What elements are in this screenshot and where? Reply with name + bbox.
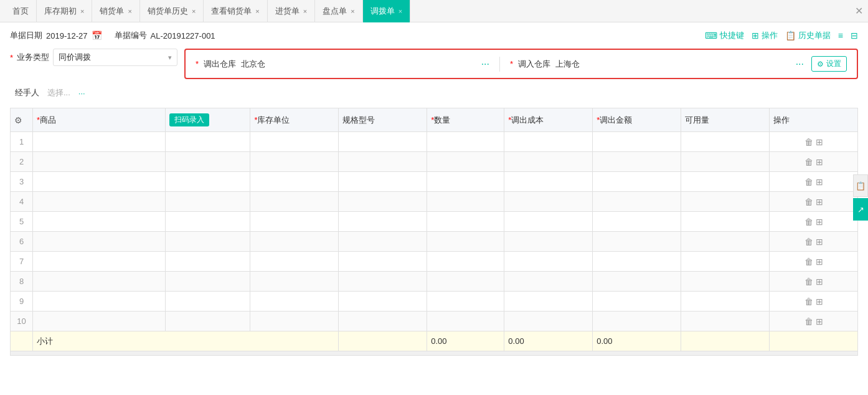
tab-close-inventory-count[interactable]: × (351, 7, 354, 15)
tab-sales-history[interactable]: 销货单历史× (140, 0, 204, 22)
cell-6-2[interactable] (250, 232, 339, 252)
cell-5-2[interactable] (250, 212, 339, 232)
table-gear-icon[interactable]: ⚙ (14, 115, 22, 125)
cell-2-5[interactable] (504, 152, 593, 172)
cell-5-4[interactable] (427, 212, 504, 232)
cell-8-6[interactable] (593, 272, 681, 292)
manager-select[interactable]: 选择... (43, 85, 75, 100)
cell-1-4[interactable] (427, 132, 504, 152)
business-type-select[interactable]: 同价调拨 ▾ (53, 49, 177, 66)
copy-icon-3[interactable]: ⊞ (816, 177, 823, 187)
cell-8-7[interactable] (681, 272, 770, 292)
cell-4-1[interactable] (165, 192, 250, 212)
cell-4-7[interactable] (681, 192, 770, 212)
cell-6-6[interactable] (593, 232, 681, 252)
delete-icon-1[interactable]: 🗑 (804, 137, 813, 147)
cell-7-4[interactable] (427, 252, 504, 272)
cell-7-5[interactable] (504, 252, 593, 272)
cell-5-0[interactable] (33, 212, 166, 232)
tab-purchase-order[interactable]: 进货单× (268, 0, 315, 22)
cell-3-3[interactable] (339, 172, 427, 192)
cell-10-1[interactable] (165, 312, 250, 331)
cell-4-0[interactable] (33, 192, 166, 212)
cell-9-5[interactable] (504, 292, 593, 312)
cell-7-2[interactable] (250, 252, 339, 272)
warehouse-in-more[interactable]: ··· (796, 59, 804, 70)
cell-8-0[interactable] (33, 272, 166, 292)
delete-icon-9[interactable]: 🗑 (804, 297, 813, 307)
tab-close-sales-history[interactable]: × (192, 7, 196, 15)
scan-button[interactable]: 扫码录入 (169, 113, 209, 126)
cell-3-7[interactable] (681, 172, 770, 192)
tab-close-purchase-order[interactable]: × (303, 7, 307, 15)
cell-1-6[interactable] (593, 132, 681, 152)
cell-6-7[interactable] (681, 232, 770, 252)
float-external-button[interactable]: ↗ (853, 198, 868, 221)
cell-10-6[interactable] (593, 312, 681, 331)
cell-5-6[interactable] (593, 212, 681, 232)
tab-close-view-sales[interactable]: × (255, 7, 259, 15)
cell-8-5[interactable] (504, 272, 593, 292)
tab-close-inventory-init[interactable]: × (80, 7, 84, 15)
cell-9-0[interactable] (33, 292, 166, 312)
cell-10-3[interactable] (339, 312, 427, 331)
cell-5-5[interactable] (504, 212, 593, 232)
cell-3-5[interactable] (504, 172, 593, 192)
cell-8-2[interactable] (250, 272, 339, 292)
tab-close-sales-order[interactable]: × (128, 7, 131, 15)
horizontal-scrollbar[interactable] (10, 351, 858, 356)
cell-3-0[interactable] (33, 172, 166, 192)
cell-8-3[interactable] (339, 272, 427, 292)
delete-icon-2[interactable]: 🗑 (804, 157, 813, 167)
cell-3-2[interactable] (250, 172, 339, 192)
cell-8-1[interactable] (165, 272, 250, 292)
cell-2-7[interactable] (681, 152, 770, 172)
cell-2-6[interactable] (593, 152, 681, 172)
copy-icon-4[interactable]: ⊞ (816, 197, 823, 207)
float-notes-button[interactable]: 📋 (853, 174, 868, 197)
cell-5-1[interactable] (165, 212, 250, 232)
cell-6-3[interactable] (339, 232, 427, 252)
tab-inventory-count[interactable]: 盘点单× (315, 0, 362, 22)
cell-7-3[interactable] (339, 252, 427, 272)
cell-3-4[interactable] (427, 172, 504, 192)
cell-7-6[interactable] (593, 252, 681, 272)
operations-action[interactable]: ⊞ 操作 (752, 30, 778, 41)
cell-6-0[interactable] (33, 232, 166, 252)
cell-2-2[interactable] (250, 152, 339, 172)
cell-1-0[interactable] (33, 132, 166, 152)
settings-button[interactable]: ⚙ 设置 (811, 56, 847, 72)
cell-10-2[interactable] (250, 312, 339, 331)
tab-close-transfer-order[interactable]: × (399, 7, 402, 15)
cell-9-4[interactable] (427, 292, 504, 312)
delete-icon-4[interactable]: 🗑 (804, 197, 813, 207)
copy-icon-7[interactable]: ⊞ (816, 257, 823, 267)
tab-transfer-order[interactable]: 调拨单× (363, 0, 410, 22)
cell-6-5[interactable] (504, 232, 593, 252)
copy-icon-8[interactable]: ⊞ (816, 277, 823, 287)
cell-1-1[interactable] (165, 132, 250, 152)
cell-5-3[interactable] (339, 212, 427, 232)
cell-7-1[interactable] (165, 252, 250, 272)
shortcuts-action[interactable]: ⌨ 快捷键 (705, 30, 744, 41)
cell-6-4[interactable] (427, 232, 504, 252)
cell-4-6[interactable] (593, 192, 681, 212)
copy-icon-10[interactable]: ⊞ (816, 316, 823, 326)
cell-3-6[interactable] (593, 172, 681, 192)
cell-10-0[interactable] (33, 312, 166, 331)
copy-icon-9[interactable]: ⊞ (816, 297, 823, 307)
cell-1-7[interactable] (681, 132, 770, 152)
tab-inventory-init[interactable]: 库存期初× (37, 0, 92, 22)
th-settings[interactable]: ⚙ (11, 108, 33, 132)
copy-icon-5[interactable]: ⊞ (816, 217, 823, 227)
cell-6-1[interactable] (165, 232, 250, 252)
manager-more[interactable]: ··· (78, 88, 85, 98)
copy-icon-6[interactable]: ⊞ (816, 237, 823, 247)
cell-7-0[interactable] (33, 252, 166, 272)
cell-9-2[interactable] (250, 292, 339, 312)
history-action[interactable]: 📋 历史单据 (785, 30, 831, 41)
cell-10-5[interactable] (504, 312, 593, 331)
cell-9-6[interactable] (593, 292, 681, 312)
th-scan[interactable]: 扫码录入 (165, 108, 250, 132)
tab-view-sales[interactable]: 查看销货单× (204, 0, 267, 22)
